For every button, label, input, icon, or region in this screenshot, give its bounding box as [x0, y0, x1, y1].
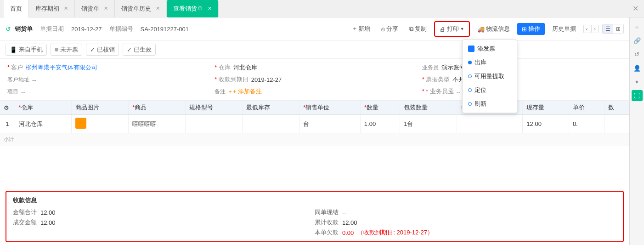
row-pack-qty: 1台 — [400, 115, 457, 133]
confirmed-btn[interactable]: ✓ 已核销 — [86, 44, 119, 56]
sidebar-icon-3[interactable]: ↺ — [632, 49, 643, 60]
cumulative-receipt-row: 累计收款 12.00 — [315, 218, 616, 227]
tab-home[interactable]: 首页 — [4, 0, 29, 17]
row-product: 嘻嘻嘻嘻 — [129, 115, 186, 133]
logistics-button[interactable]: 🚚 物流信息 — [474, 23, 514, 35]
effective-btn[interactable]: ✓ 已生效 — [123, 44, 156, 56]
nav-arrows: ‹ › — [583, 25, 599, 33]
tab-history-close[interactable]: ✕ — [156, 6, 160, 11]
available-qty-label: 可用量提取 — [475, 72, 504, 80]
sales-staff-label: * * 业务员孟 — [422, 87, 454, 96]
sidebar-icon-5[interactable]: ✦ — [632, 76, 643, 87]
row-available — [457, 115, 523, 133]
current-owed-label: 本单欠款 — [315, 228, 339, 237]
view-toggle: ☰ ⊞ — [602, 24, 624, 34]
refresh-label: 刷新 — [475, 100, 486, 108]
add-invoice-label: 添发票 — [477, 45, 495, 53]
dropdown-out-stock[interactable]: 出库 — [463, 56, 517, 69]
row-warehouse: 河北仓库 — [15, 115, 72, 133]
print-button[interactable]: 🖨 打印 ▼ — [436, 23, 468, 35]
th-settings: ⚙ — [0, 101, 15, 115]
not-opened-btn[interactable]: 未开票 — [51, 44, 82, 56]
copy-button[interactable]: ⧉ 复制 — [406, 23, 430, 35]
grid-view-btn[interactable]: ⊞ — [613, 24, 623, 34]
add-invoice-icon — [468, 46, 475, 52]
from-mobile-btn[interactable]: 📱 来自手机 — [6, 44, 47, 56]
th-warehouse: *仓库 — [15, 101, 72, 115]
address-label: 客户地址 — [7, 76, 29, 84]
doc-header: ↺ 销货单 单据日期 2019-12-27 单据编号 SA-20191227-0… — [0, 17, 629, 41]
same-order-label: 同单现结 — [315, 208, 339, 217]
th-pack-qty: 包装数量 — [400, 101, 457, 115]
customer-value[interactable]: 柳州粤港平安气体有限公司 — [26, 63, 97, 72]
print-arrow: ▼ — [460, 27, 464, 31]
add-note-label: + 添加备注 — [233, 87, 262, 96]
row-min-stock — [243, 115, 299, 133]
tab-inventory-label: 库存期初 — [35, 5, 59, 13]
th-current-stock: 现存量 — [523, 101, 569, 115]
tab-sales-close[interactable]: ✕ — [104, 6, 108, 11]
history-label: 历史单据 — [552, 25, 576, 32]
prev-arrow[interactable]: ‹ — [583, 25, 591, 33]
sidebar-icon-4[interactable]: 👤 — [632, 63, 643, 74]
new-button[interactable]: + 新增 — [350, 23, 374, 35]
tab-history-label: 销货单历史 — [121, 5, 151, 13]
out-stock-icon — [468, 61, 472, 64]
effective-icon: ✓ — [127, 46, 132, 53]
print-label: 打印 — [447, 25, 459, 33]
list-view-btn[interactable]: ☰ — [603, 24, 613, 34]
subtotal-label: 小计 — [0, 133, 629, 146]
tab-sales-history[interactable]: 销货单历史 ✕ — [115, 0, 167, 17]
doc-icon: ↺ — [6, 25, 11, 33]
dropdown-add-invoice[interactable]: 添发票 — [463, 42, 517, 56]
tab-inventory-init[interactable]: 库存期初 ✕ — [29, 0, 75, 17]
salesperson-label: 业务员 — [422, 64, 439, 72]
sidebar-icon-expand[interactable]: ⛶ — [632, 90, 643, 101]
sidebar-icon-1[interactable]: ≡ — [632, 21, 643, 32]
row-extra — [604, 115, 629, 133]
th-min-stock: 最低库存 — [243, 101, 299, 115]
row-image — [72, 115, 129, 133]
same-order-row: 同单现结 -- — [315, 208, 616, 217]
table-container: ⚙ *仓库 商品图片 *商品 规格型号 最低库存 *销售单位 *数量 包装数量 … — [0, 100, 629, 188]
confirmed-icon: ✓ — [90, 46, 95, 53]
th-unit-price: 单价 — [569, 101, 604, 115]
share-button[interactable]: ⎋ 分享 — [378, 23, 402, 35]
project-value: -- — [21, 88, 25, 95]
operations-label: 操作 — [528, 25, 540, 33]
row-num: 1 — [0, 115, 15, 133]
tab-sales-order[interactable]: 销货单 ✕ — [75, 0, 115, 17]
operations-button[interactable]: ⊞ 操作 — [517, 23, 545, 35]
th-spec: 规格型号 — [186, 101, 243, 115]
tab-view-sales[interactable]: 查看销货单 ✕ — [167, 0, 219, 17]
th-quantity: *数量 — [360, 101, 400, 115]
cumulative-receipt-value: 12.00 — [342, 219, 357, 226]
add-note-btn[interactable]: + + 添加备注 — [228, 87, 262, 96]
date-label: 单据日期 — [40, 25, 64, 33]
sidebar-icon-2[interactable]: 🔗 — [632, 35, 643, 46]
tab-view-close[interactable]: ✕ — [208, 6, 212, 11]
tab-inventory-close[interactable]: ✕ — [64, 6, 68, 11]
copy-icon: ⧉ — [409, 25, 413, 33]
logistics-label: 物流信息 — [486, 25, 510, 33]
row-unit-price: 0. — [569, 115, 604, 133]
tab-bar: 首页 库存期初 ✕ 销货单 ✕ 销货单历史 ✕ 查看销货单 ✕ ✕ — [0, 0, 644, 17]
sales-staff-value: -- — [457, 88, 461, 95]
not-opened-dot — [55, 48, 58, 51]
locate-label: 定位 — [475, 86, 486, 94]
payment-info-title: 收款信息 — [13, 196, 616, 205]
dropdown-refresh[interactable]: 刷新 — [463, 97, 517, 111]
available-qty-icon — [468, 74, 472, 78]
window-close-button[interactable]: ✕ — [633, 4, 638, 13]
not-opened-label: 未开票 — [60, 46, 78, 54]
salesperson-value: 演示账号 — [441, 63, 465, 72]
next-arrow[interactable]: › — [591, 25, 599, 33]
operations-dropdown: 添发票 出库 可用量提取 定位 — [462, 40, 517, 113]
history-button[interactable]: 历史单据 — [548, 23, 580, 35]
right-sidebar: ≡ 🔗 ↺ 👤 ✦ ⛶ — [629, 17, 644, 245]
dropdown-available-qty[interactable]: 可用量提取 — [463, 69, 517, 83]
payment-info-box: 收款信息 金额合计 12.00 同单现结 -- 成交金额 12.00 累计收款 … — [6, 191, 624, 242]
th-num: 数 — [604, 101, 629, 115]
dropdown-locate[interactable]: 定位 — [463, 83, 517, 97]
refresh-icon — [468, 102, 472, 106]
